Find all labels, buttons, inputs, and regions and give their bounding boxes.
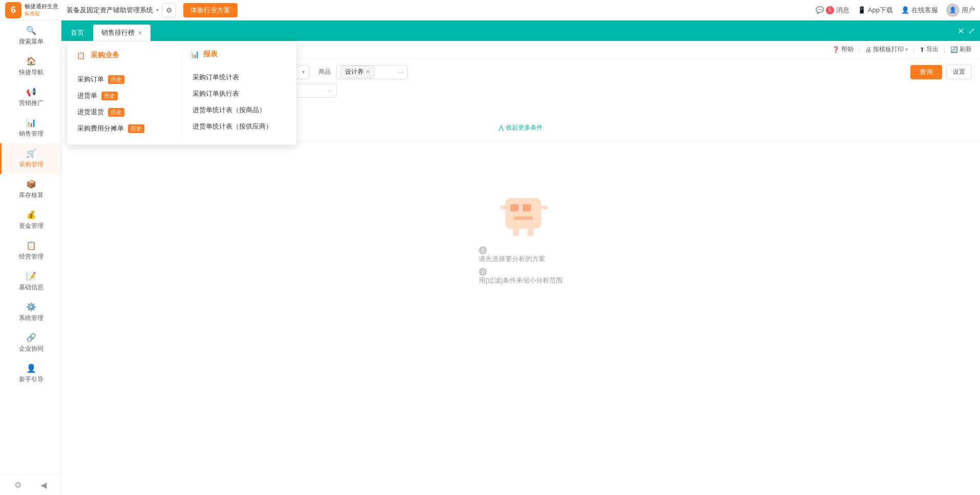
dropdown-col-header-reports: 📊 报表 [190,50,289,63]
empty-hint-1: 1 请先选择要分析的方案 [479,246,562,264]
goods-receipt-stats-supplier-label: 进货单统计表（按供应商） [193,122,272,131]
empty-state: 1 请先选择要分析的方案 2 用[过滤]条件来缩小分析范围 [61,142,980,326]
print-template-button[interactable]: 🖨 按模板打印 ▾ [865,45,908,54]
sidebar-item-system[interactable]: ⚙️ 系统管理 [0,297,61,328]
dropdown-item-purchase-expense[interactable]: 采购费用分摊单 历史 [75,120,174,137]
tab-bar-actions: ✕ ⤢ [952,20,980,41]
logo-area: 6 畅捷通好生意 标准版 [5,2,67,18]
enterprise-icon: 🔗 [26,333,36,342]
hint2-text: 用[过滤]条件来缩小分析范围 [479,276,562,284]
basic-info-icon: 📝 [26,271,36,281]
print-icon: 🖨 [865,46,871,53]
sidebar-item-inventory[interactable]: 📦 库存核算 [0,174,61,205]
dropdown-col-header-purchase: 📋 采购业务 [75,50,174,65]
help-button[interactable]: ❓ 帮助 [832,45,854,54]
sidebar-item-purchase[interactable]: 🛒 采购管理 [0,143,61,174]
sidebar-item-newbie[interactable]: 👤 新手引导 [0,358,61,389]
sidebar-item-enterprise[interactable]: 🔗 企业协同 [0,328,61,358]
tab-sales-rank[interactable]: 销售排行榜 ✕ [93,25,151,41]
purchase-order-stats-label: 采购订单统计表 [193,73,239,82]
sidebar-label-inventory: 库存核算 [19,191,44,200]
tab-bar: 首页 销售排行榜 ✕ ✕ ⤢ [61,20,980,41]
online-service-button[interactable]: 👤 在线客服 [901,6,938,15]
message-badge: 5 [826,6,834,14]
goods-tag-value: 设计养 [345,68,364,76]
system-title-area: 装备及固定资产辅助管理系统 ▾ ⚙ 体验行业方案 [67,3,816,17]
sidebar-item-marketing[interactable]: 📢 营销推广 [0,82,61,113]
export-button[interactable]: ⬆ 导出 [920,45,939,54]
sidebar-item-basic-info[interactable]: 📝 基础信息 [0,266,61,297]
app-download-button[interactable]: 📱 App下载 [858,6,893,15]
sales-icon: 📊 [26,118,36,127]
sidebar-label-enterprise: 企业协同 [19,345,44,353]
industry-button[interactable]: 体验行业方案 [183,3,238,17]
tab-window-close-icon[interactable]: ✕ [957,26,964,36]
sidebar-item-operation[interactable]: 📋 经营管理 [0,235,61,266]
svg-rect-3 [514,217,533,220]
system-title-arrow-icon[interactable]: ▾ [156,7,159,13]
salesperson-more: ··· [327,87,332,94]
goods-select[interactable]: 设计养 ✕ ··· [336,65,408,79]
dropdown-item-goods-receipt[interactable]: 进货单 历史 [75,88,174,104]
settings-icon-button[interactable]: ⚙ [162,3,176,17]
operation-icon: 📋 [26,241,36,250]
sidebar-item-sales[interactable]: 📊 销售管理 [0,113,61,143]
home-icon: 🏠 [26,56,36,66]
empty-illustration [495,183,546,234]
sidebar-label-newbie: 新手引导 [19,375,44,384]
sidebar-item-capital[interactable]: 💰 资金管理 [0,205,61,235]
svg-rect-5 [541,205,547,209]
toolbar-divider3: | [944,46,945,53]
purchase-icon: 🛒 [26,148,36,158]
sidebar-collapse-button[interactable]: ◀ [40,480,47,490]
system-icon: ⚙️ [26,302,36,312]
newbie-icon: 👤 [26,363,36,373]
goods-return-label: 进货退货 [77,107,104,117]
service-icon: 👤 [901,6,909,14]
toolbar-divider1: | [859,46,860,53]
top-header: 6 畅捷通好生意 标准版 装备及固定资产辅助管理系统 ▾ ⚙ 体验行业方案 💬 … [0,0,980,20]
reports-col-icon: 📊 [190,50,199,58]
doc-status-arrow: ▾ [302,69,305,75]
step2-icon: 2 [479,268,487,276]
svg-rect-0 [505,198,541,229]
header-right: 💬 5 消息 📱 App下载 👤 在线客服 👤 用户 [816,4,975,17]
user-area[interactable]: 👤 用户 [946,4,975,17]
avatar: 👤 [946,4,960,17]
purchase-dropdown-menu: 📋 采购业务 采购订单 历史 进货单 历史 进货退货 历史 采购费用分摊单 历史 [67,41,297,145]
purchase-order-history-badge: 历史 [108,75,124,84]
sidebar-label-quick-nav: 快捷导航 [19,68,44,77]
tab-window-resize-icon[interactable]: ⤢ [968,26,975,36]
query-button[interactable]: 查询 [910,65,942,79]
dropdown-item-goods-receipt-stats-supplier[interactable]: 进货单统计表（按供应商） [190,118,289,135]
goods-tag: 设计养 ✕ [340,66,375,78]
dropdown-item-purchase-order-exec[interactable]: 采购订单执行表 [190,85,289,102]
goods-receipt-history-badge: 历史 [101,92,118,100]
tab-home[interactable]: 首页 [62,25,92,41]
sidebar-label-system: 系统管理 [19,314,44,322]
export-icon: ⬆ [920,46,925,53]
toolbar-divider2: | [913,46,914,53]
refresh-button[interactable]: 🔄 刷新 [950,45,972,54]
goods-more-icon: ··· [398,69,403,76]
sidebar-settings-button[interactable]: ⚙ [14,480,22,490]
goods-tag-close-icon[interactable]: ✕ [366,69,370,75]
message-button[interactable]: 💬 5 消息 [816,6,849,15]
sidebar-item-search[interactable]: 🔍 搜索菜单 [0,20,61,51]
sidebar-item-quick-nav[interactable]: 🏠 快捷导航 [0,51,61,82]
purchase-order-label: 采购订单 [77,75,104,84]
tab-close-icon[interactable]: ✕ [138,30,142,36]
tab-home-label: 首页 [71,28,84,37]
dropdown-item-purchase-order-stats[interactable]: 采购订单统计表 [190,69,289,85]
message-icon: 💬 [816,6,824,14]
dropdown-item-goods-receipt-stats-goods[interactable]: 进货单统计表（按商品） [190,102,289,118]
marketing-icon: 📢 [26,87,36,97]
settings-button[interactable]: 设置 [946,64,972,79]
empty-hints: 1 请先选择要分析的方案 2 用[过滤]条件来缩小分析范围 [479,242,562,285]
purchase-col-icon: 📋 [75,50,87,61]
dropdown-item-goods-return[interactable]: 进货退货 历史 [75,104,174,120]
app-download-label: App下载 [868,6,893,15]
dropdown-item-purchase-order[interactable]: 采购订单 历史 [75,71,174,88]
online-service-label: 在线客服 [911,6,938,15]
print-template-label: 按模板打印 [873,45,904,54]
